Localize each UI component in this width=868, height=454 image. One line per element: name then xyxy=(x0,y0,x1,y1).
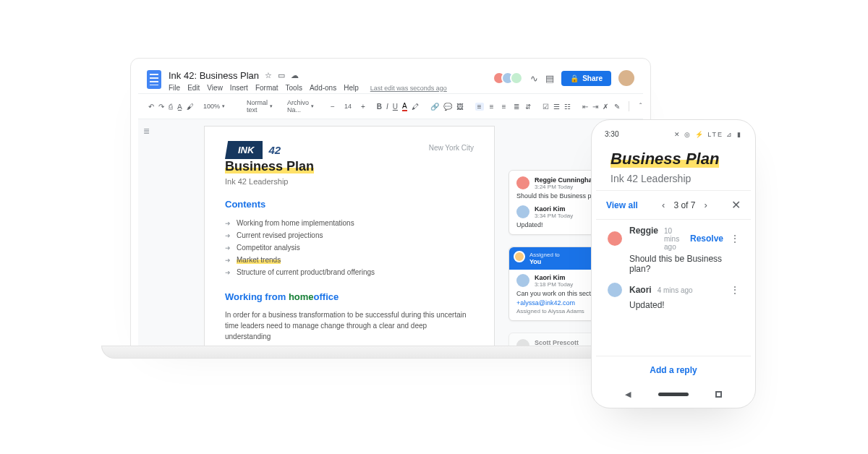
paint-format-icon[interactable]: 🖌 xyxy=(187,103,194,111)
add-reply-button[interactable]: Add a reply xyxy=(596,356,751,384)
heading-business-plan[interactable]: Business Plan xyxy=(225,159,314,174)
align-center-icon[interactable]: ≡ xyxy=(488,103,496,111)
undo-icon[interactable]: ↶ xyxy=(148,103,154,111)
bold-icon[interactable]: B xyxy=(377,103,382,111)
comment-thread: Reggie 10 mins ago Resolve ⋮ Should this… xyxy=(596,220,751,356)
editing-mode-icon[interactable]: ✎ xyxy=(613,103,621,111)
menu-addons[interactable]: Add-ons xyxy=(310,84,336,92)
font-size-decrease[interactable]: − xyxy=(331,103,335,111)
heading-business-plan[interactable]: Business Plan xyxy=(610,150,719,168)
font-family-dropdown[interactable]: Archivo Na... xyxy=(282,97,319,116)
comment-author: Reggie xyxy=(629,226,658,236)
zoom-dropdown[interactable]: 100% xyxy=(198,100,230,112)
avatar-icon[interactable] xyxy=(510,72,523,85)
insert-image-icon[interactable]: 🖼 xyxy=(456,103,464,111)
overview-icon[interactable] xyxy=(715,391,722,398)
phone-document-view[interactable]: Business Plan Ink 42 Leadership xyxy=(596,140,751,190)
version-history-icon[interactable]: ∿ xyxy=(530,73,538,84)
toolbar: ↶ ↷ ⎙ A̲ 🖌 100% Normal text Archivo Na..… xyxy=(138,93,643,119)
menu-bar: File Edit View Insert Format Tools Add-o… xyxy=(169,84,490,92)
resolve-button[interactable]: Resolve xyxy=(690,234,723,244)
share-button[interactable]: 🔒 Share xyxy=(561,71,611,86)
back-icon[interactable]: ◀ xyxy=(625,390,631,399)
comments-icon[interactable]: ▤ xyxy=(545,73,554,84)
clear-formatting-icon[interactable]: ✗ xyxy=(603,103,608,111)
menu-file[interactable]: File xyxy=(169,84,180,92)
numbered-list-icon[interactable]: ☷ xyxy=(564,103,571,111)
android-nav-bar: ◀ xyxy=(596,384,751,403)
status-time: 3:30 xyxy=(605,130,618,138)
word-office: office xyxy=(314,291,339,302)
menu-help[interactable]: Help xyxy=(344,84,359,92)
comment-time: 10 mins ago xyxy=(664,227,683,251)
view-all-link[interactable]: View all xyxy=(606,200,638,210)
avatar-icon xyxy=(516,274,529,287)
italic-icon[interactable]: I xyxy=(386,103,388,111)
underline-icon[interactable]: U xyxy=(393,103,398,111)
print-icon[interactable]: ⎙ xyxy=(169,103,173,111)
section-heading-working-from[interactable]: Working from homeoffice xyxy=(225,291,474,302)
toc-item[interactable]: ➜Market trends xyxy=(225,254,474,266)
avatar-icon xyxy=(516,205,529,218)
menu-edit[interactable]: Edit xyxy=(187,84,200,92)
star-icon[interactable]: ☆ xyxy=(265,71,272,80)
status-bar: 3:30 ✕ ◎ ⚡ LTE ⊿ ▮ xyxy=(596,124,751,140)
heading-contents[interactable]: Contents xyxy=(225,199,474,210)
cloud-status-icon[interactable]: ☁ xyxy=(291,71,299,80)
insert-link-icon[interactable]: 🔗 xyxy=(430,103,439,111)
spellcheck-icon[interactable]: A̲ xyxy=(177,103,182,111)
laptop-device: Ink 42: Business Plan ☆ ▭ ☁ File Edit Vi… xyxy=(130,58,651,347)
lock-icon: 🔒 xyxy=(570,74,579,82)
toc-item[interactable]: ➜Structure of current product/brand offe… xyxy=(225,266,474,278)
indent-decrease-icon[interactable]: ⇤ xyxy=(582,103,588,111)
docs-logo-icon[interactable] xyxy=(147,70,161,89)
prev-comment-icon[interactable]: ‹ xyxy=(662,200,665,210)
paragraph-style-dropdown[interactable]: Normal text xyxy=(242,97,278,116)
indent-increase-icon[interactable]: ⇥ xyxy=(592,103,598,111)
comment-author: Kaori Kim xyxy=(535,274,573,281)
menu-view[interactable]: View xyxy=(207,84,223,92)
toc-item[interactable]: ➜Working from home implementations xyxy=(225,217,474,229)
presence-avatars[interactable] xyxy=(497,72,523,85)
text-color-icon[interactable]: A xyxy=(402,102,407,111)
move-icon[interactable]: ▭ xyxy=(278,71,285,80)
font-size-input[interactable]: 14 xyxy=(339,100,357,112)
collapse-toolbar-icon[interactable]: ˆ xyxy=(637,103,645,111)
redo-icon[interactable]: ↷ xyxy=(158,103,164,111)
arrow-icon: ➜ xyxy=(225,244,231,252)
toc-item[interactable]: ➜Current revised projections xyxy=(225,229,474,241)
next-comment-icon[interactable]: › xyxy=(704,200,707,210)
highlight-color-icon[interactable]: 🖍 xyxy=(412,103,419,111)
checklist-icon[interactable]: ☑ xyxy=(542,103,549,111)
comment-nav-bar: View all ‹ 3 of 7 › ✕ xyxy=(596,190,751,220)
document-title[interactable]: Ink 42: Business Plan xyxy=(169,70,259,81)
more-options-icon[interactable]: ⋮ xyxy=(731,234,739,244)
menu-tools[interactable]: Tools xyxy=(286,84,302,92)
avatar-icon xyxy=(516,176,529,189)
comment-time: 3:18 PM Today xyxy=(535,281,573,288)
line-spacing-icon[interactable]: ⇵ xyxy=(525,103,531,111)
align-right-icon[interactable]: ≡ xyxy=(500,103,509,111)
logo-text-ink: INK xyxy=(225,141,263,159)
subtitle[interactable]: Ink 42 Leadership xyxy=(610,173,736,184)
font-size-increase[interactable]: + xyxy=(361,103,365,111)
subtitle[interactable]: Ink 42 Leadership xyxy=(225,177,474,186)
account-avatar[interactable] xyxy=(618,70,634,86)
align-left-icon[interactable]: ≡ xyxy=(475,103,484,111)
last-edit-link[interactable]: Last edit was seconds ago xyxy=(370,85,447,92)
body-paragraph[interactable]: time leaders need to manage change throu… xyxy=(225,320,474,342)
more-options-icon[interactable]: ⋮ xyxy=(731,285,739,295)
toc-item[interactable]: ➜Competitor analysis xyxy=(225,241,474,254)
body-paragraph[interactable]: In order for a business transformation t… xyxy=(225,309,474,320)
comment-author: Kaori Kim xyxy=(535,205,573,213)
home-pill-icon[interactable] xyxy=(658,393,689,396)
outline-toggle-icon[interactable]: ≣ xyxy=(138,119,154,347)
close-icon[interactable]: ✕ xyxy=(731,198,741,212)
menu-insert[interactable]: Insert xyxy=(230,84,248,92)
align-justify-icon[interactable]: ≣ xyxy=(512,103,521,111)
menu-format[interactable]: Format xyxy=(255,84,278,92)
bulleted-list-icon[interactable]: ☰ xyxy=(553,103,560,111)
add-comment-icon[interactable]: 💬 xyxy=(443,103,452,111)
document-page[interactable]: INK 42 New York City Business Plan Ink 4… xyxy=(205,127,494,347)
arrow-icon: ➜ xyxy=(225,232,231,239)
